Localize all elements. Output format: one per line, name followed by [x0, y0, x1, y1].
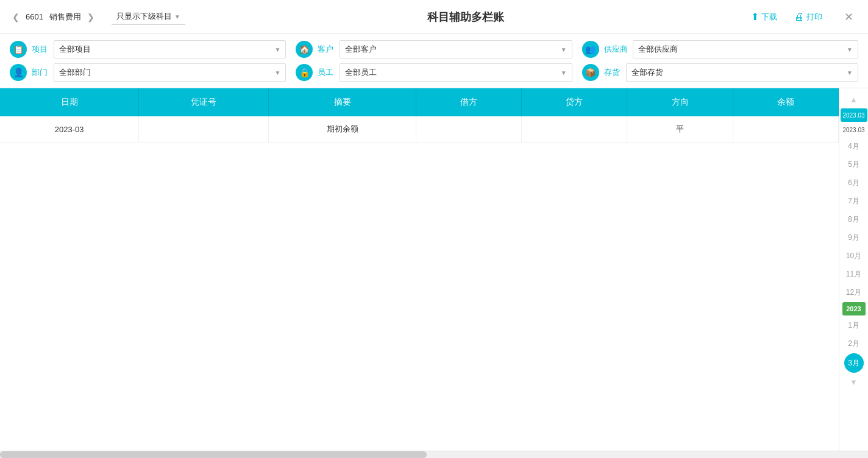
inventory-value: 全部存货	[631, 67, 663, 78]
department-select-arrow-icon: ▼	[274, 69, 280, 76]
col-direction: 方向	[627, 88, 733, 116]
print-icon: 🖨	[794, 12, 804, 23]
project-value: 全部项目	[59, 44, 91, 55]
table-area[interactable]: 日期 凭证号 摘要 借方 贷方 方向 余额 2023-03 期初余额	[0, 88, 839, 451]
sidebar-month-3-selected[interactable]: 3月	[844, 353, 864, 373]
print-label: 打印	[806, 12, 822, 23]
supplier-value: 全部供应商	[638, 44, 678, 55]
close-button[interactable]: ✕	[839, 8, 858, 26]
col-summary: 摘要	[269, 88, 416, 116]
cell-date: 2023-03	[0, 116, 139, 143]
supplier-label: 供应商	[604, 44, 628, 55]
filter-supplier: 👥 供应商 全部供应商 ▼	[582, 40, 858, 58]
supplier-select[interactable]: 全部供应商 ▼	[633, 40, 858, 58]
sidebar-month-5[interactable]: 5月	[842, 156, 866, 173]
sidebar-month-1[interactable]: 1月	[842, 317, 866, 334]
main-window: ❮ 6601 销售费用 ❯ 只显示下级科目 ▼ 科目辅助多栏账 ⬆ 下载 🖨 打…	[0, 0, 868, 458]
department-value: 全部部门	[59, 67, 91, 78]
department-icon: 👤	[10, 64, 27, 81]
customer-label: 客户	[318, 44, 335, 55]
col-debit: 借方	[416, 88, 521, 116]
sidebar-month-11[interactable]: 11月	[842, 266, 866, 283]
department-select[interactable]: 全部部门 ▼	[54, 63, 286, 82]
right-sidebar: ▲ 2023.03 2023.03 4月 5月 6月 7月 8月 9月 10月 …	[839, 88, 868, 451]
table-row: 2023-03 期初余额 平	[0, 116, 839, 143]
department-label: 部门	[32, 67, 49, 78]
supplier-select-arrow-icon: ▼	[847, 46, 853, 53]
supplier-icon: 👥	[582, 41, 599, 58]
customer-select-arrow-icon: ▼	[561, 46, 567, 53]
scroll-thumb	[0, 451, 427, 458]
cell-voucher	[139, 116, 269, 143]
sidebar-month-9[interactable]: 9月	[842, 229, 866, 246]
filter-customer: 🏠 客户 全部客户 ▼	[296, 40, 572, 58]
print-button[interactable]: 🖨 打印	[789, 9, 827, 25]
employee-value: 全部员工	[345, 67, 377, 78]
sidebar-scroll-up[interactable]: ▲	[845, 91, 863, 108]
next-account-arrow[interactable]: ❯	[85, 11, 97, 23]
inventory-select[interactable]: 全部存货 ▼	[626, 63, 858, 82]
project-select-arrow-icon: ▼	[274, 46, 280, 53]
filter-area: 📋 项目 全部项目 ▼ 🏠 客户 全部客户 ▼ 👥 供应商 全部供应商 ▼	[0, 34, 868, 88]
customer-select[interactable]: 全部客户 ▼	[340, 40, 572, 58]
sidebar-date-2023-03-entry[interactable]: 2023.03	[841, 123, 867, 136]
sidebar-year-2023[interactable]: 2023	[842, 302, 866, 315]
customer-value: 全部客户	[345, 44, 377, 55]
filter-inventory: 📦 存货 全部存货 ▼	[582, 63, 858, 82]
download-button[interactable]: ⬆ 下载	[746, 9, 782, 25]
project-label: 项目	[32, 44, 49, 55]
show-sub-label: 只显示下级科目	[116, 11, 172, 22]
sidebar-scroll-down[interactable]: ▼	[845, 373, 863, 390]
employee-select[interactable]: 全部员工 ▼	[340, 63, 572, 82]
sidebar-month-12[interactable]: 12月	[842, 284, 866, 301]
sidebar-month-8[interactable]: 8月	[842, 211, 866, 228]
employee-icon: 🔒	[296, 64, 313, 81]
filter-project: 📋 项目 全部项目 ▼	[10, 40, 286, 58]
sidebar-month-6[interactable]: 6月	[842, 174, 866, 191]
sidebar-month-7[interactable]: 7月	[842, 192, 866, 210]
col-date: 日期	[0, 88, 139, 116]
col-credit: 贷方	[522, 88, 627, 116]
filter-employee: 🔒 员工 全部员工 ▼	[296, 63, 572, 82]
account-nav: ❮ 6601 销售费用 ❯	[10, 11, 97, 23]
col-voucher: 凭证号	[139, 88, 269, 116]
project-select[interactable]: 全部项目 ▼	[54, 40, 286, 58]
customer-icon: 🏠	[296, 41, 313, 58]
sidebar-month-10[interactable]: 10月	[842, 247, 866, 264]
show-sub-arrow-icon: ▼	[174, 13, 180, 20]
data-table: 日期 凭证号 摘要 借方 贷方 方向 余额 2023-03 期初余额	[0, 88, 839, 143]
project-icon: 📋	[10, 41, 27, 58]
page-title: 科目辅助多栏账	[195, 10, 736, 24]
sidebar-month-2[interactable]: 2月	[842, 335, 866, 352]
account-code-name: 6601	[26, 12, 43, 21]
filter-department: 👤 部门 全部部门 ▼	[10, 63, 286, 82]
cell-direction: 平	[627, 116, 733, 143]
top-bar: ❮ 6601 销售费用 ❯ 只显示下级科目 ▼ 科目辅助多栏账 ⬆ 下载 🖨 打…	[0, 0, 868, 34]
employee-label: 员工	[318, 67, 335, 78]
col-balance: 余额	[733, 88, 838, 116]
prev-account-arrow[interactable]: ❮	[10, 11, 22, 23]
toolbar-actions: ⬆ 下载 🖨 打印 ✕	[746, 8, 858, 26]
account-name: 销售费用	[49, 12, 81, 23]
inventory-select-arrow-icon: ▼	[847, 69, 853, 76]
download-label: 下载	[761, 12, 777, 23]
cell-debit	[416, 116, 521, 143]
horizontal-scrollbar[interactable]	[0, 451, 868, 458]
sidebar-month-4[interactable]: 4月	[842, 138, 866, 155]
content-area: 日期 凭证号 摘要 借方 贷方 方向 余额 2023-03 期初余额	[0, 88, 868, 451]
download-icon: ⬆	[751, 11, 759, 23]
cell-balance	[733, 116, 838, 143]
show-sub-dropdown[interactable]: 只显示下级科目 ▼	[112, 9, 185, 25]
cell-credit	[522, 116, 627, 143]
sidebar-date-2023-03-header[interactable]: 2023.03	[841, 108, 867, 122]
inventory-label: 存货	[604, 67, 621, 78]
cell-summary: 期初余额	[269, 116, 416, 143]
inventory-icon: 📦	[582, 64, 599, 81]
employee-select-arrow-icon: ▼	[561, 69, 567, 76]
